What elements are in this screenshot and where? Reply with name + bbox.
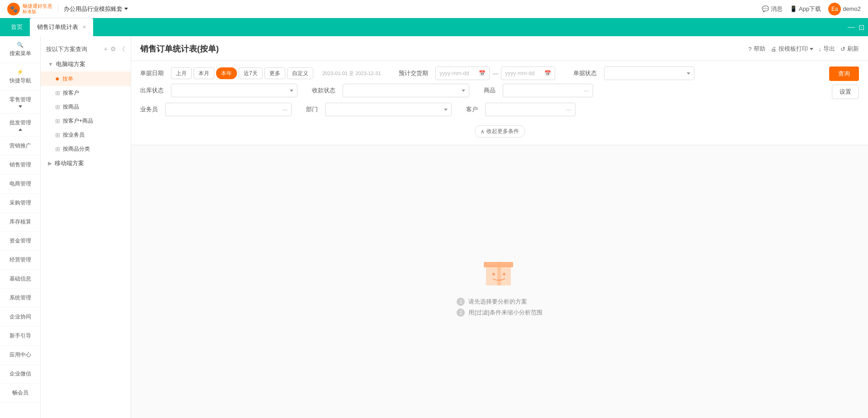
salesman-select[interactable]: ··· xyxy=(165,103,292,116)
sidebar-item-app-center[interactable]: 应用中心 xyxy=(0,346,40,365)
tree-node-icon: ⊞ xyxy=(55,90,60,96)
salesman-more-icon[interactable]: ··· xyxy=(282,106,288,113)
period-this-month-btn[interactable]: 本月 xyxy=(193,67,214,79)
sidebar-item-sales[interactable]: 销售管理 xyxy=(0,156,40,175)
search-icon: 🔍 xyxy=(17,42,24,48)
svg-rect-2 xyxy=(497,262,501,285)
help-icon: ? xyxy=(748,46,751,52)
tab-sales-order[interactable]: 销售订单统计表 × xyxy=(30,18,93,36)
maximize-icon[interactable]: ⊡ xyxy=(859,23,864,32)
goods-select[interactable]: ··· xyxy=(503,84,593,97)
sidebar-item-wechat[interactable]: 企业微信 xyxy=(0,365,40,384)
query-button[interactable]: 查询 xyxy=(829,66,859,81)
settings-button[interactable]: 设置 xyxy=(832,85,859,99)
period-more-btn[interactable]: 更多 xyxy=(264,67,285,79)
empty-state: 1 请先选择要分析的方案 2 用[过滤]条件来缩小分析范围 xyxy=(131,145,868,418)
sidebar-item-ecom[interactable]: 电商管理 xyxy=(0,175,40,194)
retail-chevron-icon xyxy=(19,105,22,108)
sidebar-item-marketing[interactable]: 营销推广 xyxy=(0,137,40,156)
goods-more-icon[interactable]: ··· xyxy=(584,87,589,94)
sidebar-item-wholesale[interactable]: 批发管理 xyxy=(0,114,40,137)
print-action[interactable]: 🖨 按模板打印 xyxy=(771,45,813,53)
tab-home[interactable]: 首页 xyxy=(4,18,30,36)
date-end-input[interactable]: yyyy-mm-dd 📅 xyxy=(501,66,555,80)
tree-item-mobile[interactable]: ▶ 移动端方案 xyxy=(41,156,131,171)
svg-point-3 xyxy=(492,273,495,276)
message-action[interactable]: 💬 消息 xyxy=(762,5,783,13)
tree-item-by-goods[interactable]: ⊞ 按商品 xyxy=(41,100,131,114)
dept-chevron-icon xyxy=(444,109,448,111)
right-main: 销售订单统计表(按单) ? 帮助 🖨 按模板打印 ↓ xyxy=(131,36,868,418)
left-panel: 按以下方案查询 + ⚙ 《 ▼ 电脑端方案 ● 按单 ⊞ 按客户 xyxy=(41,36,131,418)
tree-item-by-category[interactable]: ⊞ 按商品分类 xyxy=(41,142,131,156)
tree-label: 按业务员 xyxy=(63,131,85,139)
sidebar-item-quick-nav[interactable]: ⚡ 快捷导航 xyxy=(0,63,40,90)
export-icon: ↓ xyxy=(819,46,822,52)
main-layout: 🔍 搜索菜单 ⚡ 快捷导航 零售管理 批发管理 营销推广 销售管理 电商管理 采… xyxy=(0,36,868,418)
export-action[interactable]: ↓ 导出 xyxy=(819,45,835,53)
period-last7-btn[interactable]: 近7天 xyxy=(239,67,263,79)
fold-button[interactable]: ∧ 收起更多条件 xyxy=(475,125,525,138)
wholesale-chevron-icon xyxy=(19,128,22,131)
period-custom-btn[interactable]: 自定义 xyxy=(287,67,313,79)
logo-icon: 🐾 xyxy=(7,3,20,15)
download-icon: 📱 xyxy=(790,5,797,12)
customer-more-icon[interactable]: ··· xyxy=(566,106,571,113)
ship-status-select[interactable] xyxy=(171,84,297,97)
dept-label: 部门 xyxy=(306,105,318,114)
filter-area: 单据日期 上月 本月 本年 近7天 更多 自定义 2023-01-01 至 20… xyxy=(131,61,868,145)
sidebar-item-inventory[interactable]: 库存核算 xyxy=(0,213,40,232)
tree-item-by-order[interactable]: ● 按单 xyxy=(41,71,131,86)
tree-item-pc[interactable]: ▼ 电脑端方案 xyxy=(41,57,131,71)
page-header-actions: ? 帮助 🖨 按模板打印 ↓ 导出 ↺ xyxy=(748,45,859,53)
dept-select[interactable] xyxy=(325,103,452,116)
app-selector[interactable]: 办公用品行业模拟账套 xyxy=(58,5,128,13)
page-title: 销售订单统计表(按单) xyxy=(140,43,219,54)
calendar-icon: 📅 xyxy=(479,70,486,76)
message-icon: 💬 xyxy=(762,5,769,12)
settings-scheme-icon[interactable]: ⚙ xyxy=(110,45,116,53)
bill-status-select[interactable] xyxy=(604,66,694,80)
tree-item-by-customer[interactable]: ⊞ 按客户 xyxy=(41,86,131,100)
sidebar: 🔍 搜索菜单 ⚡ 快捷导航 零售管理 批发管理 营销推广 销售管理 电商管理 采… xyxy=(0,36,41,418)
sidebar-item-retail[interactable]: 零售管理 xyxy=(0,90,40,114)
period-last-month-btn[interactable]: 上月 xyxy=(171,67,192,79)
date-range-display: 2023-01-01 至 2023-12-31 xyxy=(322,70,381,77)
date-label: 单据日期 xyxy=(140,69,164,77)
tree-expand-icon: ▼ xyxy=(48,61,53,67)
receipt-status-select[interactable] xyxy=(343,84,469,97)
date-range-picker: yyyy-mm-dd 📅 — yyyy-mm-dd 📅 xyxy=(435,66,555,80)
app-download-action[interactable]: 📱 App下载 xyxy=(790,5,821,13)
sidebar-item-basic[interactable]: 基础信息 xyxy=(0,270,40,289)
sidebar-item-system[interactable]: 系统管理 xyxy=(0,289,40,308)
date-start-input[interactable]: yyyy-mm-dd 📅 xyxy=(435,66,490,80)
sidebar-item-corp[interactable]: 企业协同 xyxy=(0,308,40,327)
tree-item-by-salesman[interactable]: ⊞ 按业务员 xyxy=(41,128,131,142)
sidebar-item-purchase[interactable]: 采购管理 xyxy=(0,194,40,213)
quick-nav-icon: ⚡ xyxy=(17,69,24,75)
fold-up-icon: ∧ xyxy=(481,128,485,135)
calendar-icon: 📅 xyxy=(544,70,551,76)
minimize-icon[interactable]: — xyxy=(848,23,855,31)
tab-close-icon[interactable]: × xyxy=(83,24,86,30)
tree-label: 电脑端方案 xyxy=(56,60,85,68)
user-profile[interactable]: Ea demo2 xyxy=(828,3,861,15)
sidebar-item-newcomer[interactable]: 新手引导 xyxy=(0,327,40,346)
sidebar-item-finance[interactable]: 资金管理 xyxy=(0,232,40,251)
navtabs: 首页 销售订单统计表 × — ⊡ xyxy=(0,18,868,36)
customer-select[interactable]: ··· xyxy=(485,103,576,116)
period-this-year-btn[interactable]: 本年 xyxy=(216,67,237,79)
empty-hints: 1 请先选择要分析的方案 2 用[过滤]条件来缩小分析范围 xyxy=(457,298,542,317)
tree-item-by-customer-goods[interactable]: ⊞ 按客户+商品 xyxy=(41,114,131,128)
tree-label: 按商品分类 xyxy=(63,145,90,153)
add-scheme-icon[interactable]: + xyxy=(104,45,108,53)
sidebar-item-search-menu[interactable]: 🔍 搜索菜单 xyxy=(0,36,40,63)
sidebar-item-operations[interactable]: 经营管理 xyxy=(0,251,40,270)
navtabs-actions: — ⊡ xyxy=(848,23,864,32)
salesman-label: 业务员 xyxy=(140,105,158,114)
help-action[interactable]: ? 帮助 xyxy=(748,45,765,53)
page-header: 销售订单统计表(按单) ? 帮助 🖨 按模板打印 ↓ xyxy=(131,36,868,61)
refresh-action[interactable]: ↺ 刷新 xyxy=(840,45,859,53)
collapse-panel-icon[interactable]: 《 xyxy=(119,45,125,53)
sidebar-item-member[interactable]: 畅会员 xyxy=(0,384,40,403)
